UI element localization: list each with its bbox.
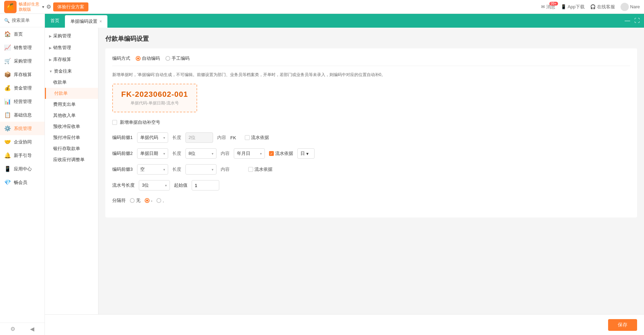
prefix2-flow-checkbox[interactable]: ✓ (269, 151, 274, 156)
config-panel: 编码方式 自动编码 手工编码 (105, 48, 637, 217)
prefix2-label: 编码前缀2 (112, 150, 133, 157)
prefix-row-3: 编码前缀3 空 ▾ 长度 ▾ 内容 (112, 164, 630, 175)
prefix1-flow-checkbox[interactable] (245, 135, 250, 140)
separator-label: 分隔符 (112, 197, 126, 204)
sep-dash-radio[interactable]: - (145, 198, 152, 203)
tab-bar-actions: — ⛶ (625, 18, 644, 24)
tab-home[interactable]: 首页 (45, 14, 65, 28)
sidebar-item-enterprise[interactable]: 🤝 企业协同 (0, 135, 45, 149)
collapse-icon[interactable]: ◀ (30, 326, 34, 332)
tab-encode-settings[interactable]: 单据编码设置 × (65, 15, 107, 28)
maximize-icon[interactable]: ⛶ (634, 18, 640, 24)
prefix-row-2: 编码前缀2 单据日期 ▾ 长度 8位 ▾ 内容 年月日 (112, 148, 630, 159)
prefix2-content-select[interactable]: 年月日 ▾ (234, 148, 265, 159)
message-icon: ✉ (541, 4, 545, 9)
sidebar-item-sales[interactable]: 📈 销售管理 (0, 41, 45, 54)
prefix1-flow-check: 流水依据 (245, 134, 269, 141)
sidebar: 🔍 搜索菜单 🏠 首页 📈 销售管理 🛒 采购管理 📦 库存核算 💰 资金管理 … (0, 14, 45, 335)
messages-btn[interactable]: ✉ 消息 99+ (541, 4, 555, 10)
save-button[interactable]: 保存 (608, 319, 637, 331)
online-service-btn[interactable]: 🎧 在线客服 (590, 4, 615, 10)
sidebar-item-inventory[interactable]: 📦 库存核算 (0, 68, 45, 81)
group-inventory: ▶ 库存核算 (45, 54, 98, 65)
gear-icon[interactable]: ⚙ (46, 3, 51, 10)
sep-none-radio[interactable]: 无 (130, 197, 141, 204)
prefix3-flow-check: 流水依据 (248, 166, 272, 173)
tab-close-icon[interactable]: × (99, 19, 102, 24)
prefix2-day-select[interactable]: 日 ▾ (297, 148, 315, 159)
top-bar-controls: ▾ ⚙ 体验行业方案 (42, 2, 88, 11)
sidebar-item-purchase[interactable]: 🛒 采购管理 (0, 54, 45, 68)
search-icon: 🔍 (4, 18, 10, 23)
base-info-icon: 📋 (4, 112, 11, 118)
content-wrapper: ▶ 采购管理 ▶ 销售管理 ▶ 库存核算 (45, 28, 644, 314)
settings-bottom-icon[interactable]: ⚙ (10, 326, 15, 332)
auto-encode-radio[interactable]: 自动编码 (136, 55, 160, 62)
code-preview-sub: 单据代码-单据日期-流水号 (121, 100, 188, 106)
trial-button[interactable]: 体验行业方案 (53, 2, 88, 11)
top-bar-right: ✉ 消息 99+ 📱 App下载 🎧 在线客服 Nare (541, 3, 640, 11)
prefix-row-1: 编码前缀1 单据代码 ▾ 长度 2位 内容 FK 流水依 (112, 132, 630, 143)
main-layout: 🔍 搜索菜单 🏠 首页 📈 销售管理 🛒 采购管理 📦 库存核算 💰 资金管理 … (0, 14, 644, 335)
sidebar-item-guide[interactable]: 🔔 新手引导 (0, 149, 45, 162)
serial-length-select[interactable]: 3位 ▾ (139, 180, 170, 190)
sidebar-item-home[interactable]: 🏠 首页 (0, 27, 45, 41)
arrow-icon: ▶ (49, 58, 52, 62)
group-purchase: ▶ 采购管理 (45, 30, 98, 41)
operations-icon: 📊 (4, 98, 11, 105)
group-header-inventory[interactable]: ▶ 库存核算 (45, 54, 98, 65)
sidebar-item-other-income[interactable]: 其他收入单 (45, 110, 98, 121)
enterprise-icon: 🤝 (4, 139, 11, 145)
app-download-btn[interactable]: 📱 App下载 (561, 4, 585, 10)
sidebar-item-finance[interactable]: 💰 资金管理 (0, 81, 45, 95)
app-center-icon: 📱 (4, 166, 11, 172)
sidebar-item-system[interactable]: ⚙️ 系统管理 (0, 122, 45, 135)
sidebar-item-adjustment[interactable]: 应收应付调整单 (45, 154, 98, 165)
sidebar-item-prepay-offset[interactable]: 预收冲应收单 (45, 121, 98, 132)
sidebar-item-app-center[interactable]: 📱 应用中心 (0, 162, 45, 176)
code-preview-main: FK-20230602-001 (121, 90, 188, 99)
prefix1-content: FK (230, 135, 241, 140)
auto-fill-checkbox[interactable] (112, 120, 117, 125)
prefix2-length-select[interactable]: 8位 ▾ (185, 148, 217, 159)
prefix3-select[interactable]: 空 ▾ (137, 164, 168, 175)
sidebar-item-base-info[interactable]: 📋 基础信息 (0, 108, 45, 122)
sep-none-dot (130, 198, 135, 203)
start-value-label: 起始值 (174, 182, 188, 188)
encode-method-label: 编码方式 (112, 55, 130, 62)
sep-dot-dot (156, 198, 161, 203)
sidebar-item-member[interactable]: 💎 畅会员 (0, 176, 45, 189)
prefix1-select[interactable]: 单据代码 ▾ (137, 132, 168, 143)
user-info[interactable]: Nare (621, 3, 640, 11)
prefix2-select[interactable]: 单据日期 ▾ (137, 148, 168, 159)
sidebar-item-receipt[interactable]: 收款单 (45, 77, 98, 88)
sep-dot-radio[interactable]: . (156, 198, 164, 203)
group-header-purchase[interactable]: ▶ 采购管理 (45, 30, 98, 41)
group-capital: ▼ 资金往来 收款单 付款单 费用支出单 其他收入单 预收冲应收单 预付冲应付单… (45, 66, 98, 165)
prefix2-day-arrow-icon: ▾ (306, 151, 309, 156)
start-value-input[interactable] (192, 180, 219, 190)
prefix2-length-arrow-icon: ▾ (212, 152, 213, 156)
guide-icon: 🔔 (4, 152, 11, 159)
sidebar-item-bank[interactable]: 银行存取款单 (45, 143, 98, 154)
group-header-capital[interactable]: ▼ 资金往来 (45, 66, 98, 77)
prefix3-length-select[interactable]: ▾ (185, 164, 217, 175)
top-bar-left: 🍊 畅通好生意 旗舰版 ▾ ⚙ 体验行业方案 (4, 1, 88, 13)
purchase-icon: 🛒 (4, 58, 11, 64)
prefix3-arrow-icon: ▾ (163, 168, 165, 171)
prefix2-flow-check: ✓ 流水依据 (269, 150, 293, 157)
prefix3-flow-checkbox[interactable] (248, 167, 253, 172)
sidebar-item-expense[interactable]: 费用支出单 (45, 99, 98, 110)
member-icon: 💎 (4, 179, 11, 186)
minimize-icon[interactable]: — (625, 18, 630, 24)
sidebar-item-advance-offset[interactable]: 预付冲应付单 (45, 132, 98, 143)
sidebar-item-payment[interactable]: 付款单 (45, 88, 98, 99)
dropdown-arrow-icon[interactable]: ▾ (42, 4, 44, 9)
arrow-icon: ▶ (49, 46, 52, 50)
search-menu-item[interactable]: 🔍 搜索菜单 (0, 14, 45, 27)
prefix1-length: 2位 (185, 132, 213, 143)
sidebar-item-operations[interactable]: 📊 经营管理 (0, 95, 45, 108)
group-header-sales[interactable]: ▶ 销售管理 (45, 42, 98, 53)
encode-method-row: 编码方式 自动编码 手工编码 (112, 55, 630, 66)
manual-encode-radio[interactable]: 手工编码 (165, 55, 190, 62)
